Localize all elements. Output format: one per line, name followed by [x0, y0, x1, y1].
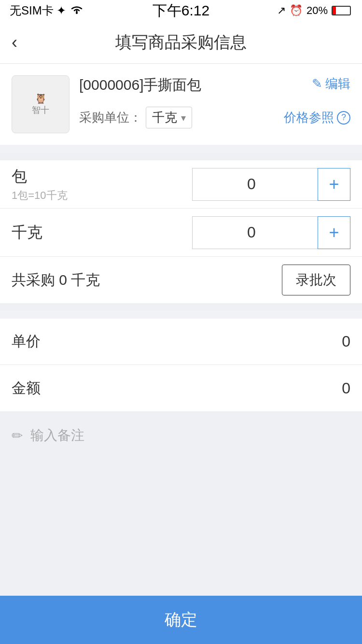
kg-plus-button[interactable]: +	[318, 216, 350, 249]
pencil-icon: ✏	[12, 428, 23, 444]
status-time: 下午6:12	[153, 1, 209, 21]
summary-row: 共采购 0 千克 录批次	[0, 257, 362, 303]
confirm-label: 确定	[165, 609, 197, 631]
amount-row: 金额 0	[0, 365, 362, 411]
unit-price-row: 单价 0	[0, 319, 362, 365]
bag-input-control: +	[70, 168, 350, 201]
product-card: 🦉 智十 [0000006]手撕面包 ✎ 编辑 采购单位： 千克 ▾	[0, 64, 362, 145]
kg-label: 千克	[12, 222, 70, 243]
price-ref-button[interactable]: 价格参照 ?	[284, 109, 350, 126]
kg-input-row: 千克 +	[0, 209, 362, 257]
section-divider-1	[0, 153, 362, 160]
edit-icon: ✎	[312, 76, 322, 91]
bag-plus-button[interactable]: +	[318, 168, 350, 201]
bag-sublabel: 1包=10千克	[12, 188, 70, 203]
sim-status: 无SIM卡 ✦	[10, 3, 66, 18]
price-ref-label: 价格参照	[284, 109, 334, 126]
unit-select[interactable]: 千克 ▾	[146, 107, 192, 128]
amount-value: 0	[342, 379, 350, 397]
battery-icon	[332, 6, 351, 15]
product-unit-row: 采购单位： 千克 ▾ 价格参照 ?	[79, 107, 350, 128]
confirm-button[interactable]: 确定	[0, 596, 362, 644]
bottom-fill	[0, 460, 362, 596]
remark-placeholder: 输入备注	[30, 426, 84, 445]
unit-value: 千克	[152, 109, 177, 126]
svg-point-0	[76, 12, 78, 14]
product-logo: 🦉 智十	[32, 93, 49, 116]
location-icon: ↗	[277, 4, 286, 17]
page-title: 填写商品采购信息	[115, 31, 247, 54]
chevron-down-icon: ▾	[181, 112, 186, 124]
bag-input-row: 包 1包=10千克 +	[0, 160, 362, 209]
wifi-icon	[70, 4, 84, 17]
alarm-icon: ⏰	[290, 4, 303, 17]
batch-button[interactable]: 录批次	[282, 265, 350, 295]
status-left: 无SIM卡 ✦	[10, 3, 84, 18]
kg-label-group: 千克	[12, 222, 70, 243]
product-info: [0000006]手撕面包 ✎ 编辑 采购单位： 千克 ▾ 价格参照 ?	[79, 75, 350, 128]
bag-input[interactable]	[192, 168, 318, 201]
summary-text: 共采购 0 千克	[12, 270, 100, 290]
bag-label: 包	[12, 166, 70, 187]
unit-price-label: 单价	[12, 332, 41, 351]
product-image: 🦉 智十	[12, 75, 70, 133]
bag-label-group: 包 1包=10千克	[12, 166, 70, 203]
remark-section[interactable]: ✏ 输入备注	[0, 411, 362, 460]
input-section: 包 1包=10千克 + 千克 +	[0, 160, 362, 257]
status-bar: 无SIM卡 ✦ 下午6:12 ↗ ⏰ 20%	[0, 0, 362, 21]
nav-bar: ‹ 填写商品采购信息	[0, 21, 362, 64]
unit-label: 采购单位：	[79, 109, 142, 126]
status-right: ↗ ⏰ 20%	[277, 4, 352, 17]
help-icon: ?	[337, 111, 350, 125]
unit-price-value: 0	[342, 333, 350, 350]
edit-button[interactable]: ✎ 编辑	[312, 75, 350, 92]
section-divider-2	[0, 303, 362, 311]
kg-input-control: +	[70, 216, 350, 249]
back-button[interactable]: ‹	[12, 32, 17, 53]
kg-input[interactable]	[192, 216, 318, 249]
product-name: [0000006]手撕面包	[79, 75, 201, 95]
price-section: 单价 0 金额 0	[0, 319, 362, 411]
amount-label: 金额	[12, 378, 41, 398]
battery-percent: 20%	[306, 4, 328, 17]
edit-label: 编辑	[325, 75, 350, 92]
product-header: [0000006]手撕面包 ✎ 编辑	[79, 75, 350, 95]
